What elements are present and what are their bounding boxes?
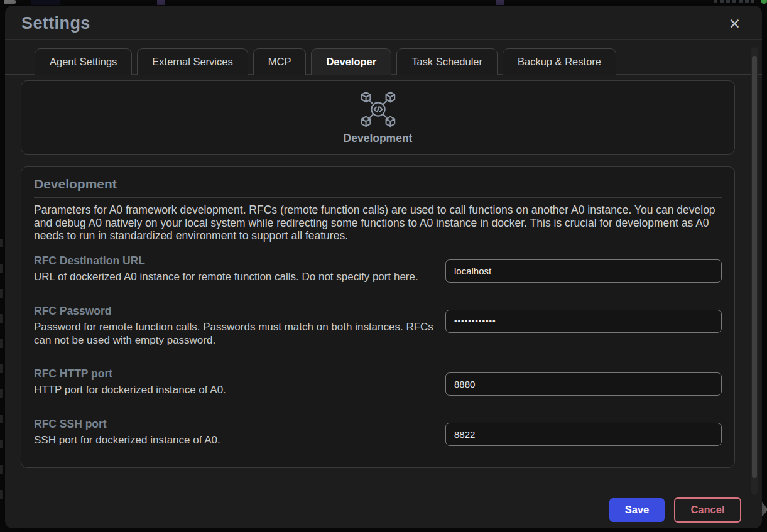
field-control <box>445 367 722 397</box>
status-dot-green <box>761 0 767 4</box>
field-text: RFC HTTP port HTTP port for dockerized i… <box>34 367 443 397</box>
background-accent-square <box>496 0 504 5</box>
field-row-rfc-destination-url: RFC Destination URL URL of dockerized A0… <box>34 254 722 284</box>
modal-scrollbar-track[interactable] <box>751 47 758 495</box>
background-toolbar-chip <box>4 0 16 4</box>
rfc-password-input[interactable] <box>445 310 722 333</box>
page-title: Settings <box>21 14 746 33</box>
close-icon[interactable]: ✕ <box>729 17 741 31</box>
field-description: HTTP port for dockerized instance of A0. <box>34 384 443 397</box>
field-description: URL of dockerized A0 instance for remote… <box>34 271 443 284</box>
field-control <box>445 254 722 284</box>
tab-developer[interactable]: Developer <box>311 48 391 75</box>
cancel-button[interactable]: Cancel <box>674 497 741 523</box>
section-heading: Development <box>34 176 722 192</box>
field-label: RFC Password <box>34 305 443 318</box>
field-label: RFC Destination URL <box>34 254 443 268</box>
modal-footer: Save Cancel <box>5 491 762 528</box>
settings-tabbar: Agent Settings External Services MCP Dev… <box>5 40 762 75</box>
tab-task-scheduler[interactable]: Task Scheduler <box>396 48 498 75</box>
field-description: Password for remote function calls. Pass… <box>34 321 443 347</box>
field-text: RFC Password Password for remote functio… <box>34 305 443 347</box>
section-description: Parameters for A0 framework development.… <box>34 204 722 242</box>
tab-mcp[interactable]: MCP <box>253 48 307 75</box>
tab-agent-settings[interactable]: Agent Settings <box>35 48 132 75</box>
modal-header: Settings ✕ <box>5 6 762 40</box>
tab-backup-restore[interactable]: Backup & Restore <box>503 48 616 75</box>
tab-external-services[interactable]: External Services <box>137 48 248 75</box>
rfc-destination-url-input[interactable] <box>445 259 722 283</box>
background-status-text <box>714 0 754 3</box>
field-text: RFC SSH port SSH port for dockerized ins… <box>34 418 443 447</box>
background-logo-fragment <box>31 0 60 5</box>
background-accent-square <box>157 0 165 5</box>
overview-card-label: Development <box>344 132 413 145</box>
field-text: RFC Destination URL URL of dockerized A0… <box>34 254 443 284</box>
settings-modal: Settings ✕ Agent Settings External Servi… <box>5 6 762 528</box>
section-divider <box>34 197 722 198</box>
field-label: RFC SSH port <box>34 418 443 431</box>
network-code-icon <box>359 90 398 129</box>
modal-body: Development Development Parameters for A… <box>5 75 762 491</box>
rfc-http-port-input[interactable] <box>445 372 722 396</box>
save-button[interactable]: Save <box>609 498 665 522</box>
modal-scrollbar-thumb[interactable] <box>752 56 757 478</box>
field-control <box>445 418 722 447</box>
development-overview-card: Development <box>21 80 735 155</box>
field-description: SSH port for dockerized instance of A0. <box>34 434 443 447</box>
field-row-rfc-http-port: RFC HTTP port HTTP port for dockerized i… <box>34 367 722 397</box>
field-row-rfc-ssh-port: RFC SSH port SSH port for dockerized ins… <box>34 418 722 447</box>
field-label: RFC HTTP port <box>34 367 443 381</box>
screen: Settings ✕ Agent Settings External Servi… <box>0 0 767 532</box>
background-sidebar-edge <box>0 239 3 502</box>
field-row-rfc-password: RFC Password Password for remote functio… <box>34 305 722 347</box>
development-section-card: Development Parameters for A0 framework … <box>21 166 735 468</box>
field-control <box>445 305 722 347</box>
rfc-ssh-port-input[interactable] <box>445 423 722 446</box>
